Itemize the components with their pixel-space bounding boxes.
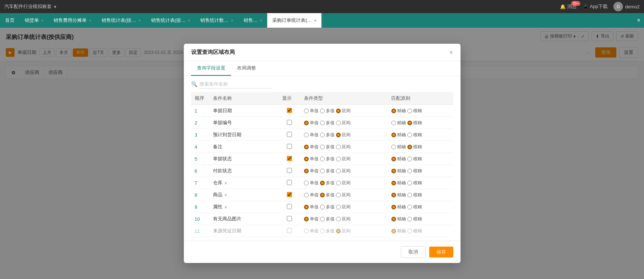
tab-sales-stat1[interactable]: 销售统计表(按… × xyxy=(96,13,146,28)
tab-home[interactable]: 首页 xyxy=(0,13,20,28)
type-radio[interactable] xyxy=(320,121,325,125)
match-radio[interactable] xyxy=(391,121,396,125)
match-radio[interactable] xyxy=(407,133,412,137)
type-radio-label[interactable]: 多值 xyxy=(320,168,335,174)
type-radio-label[interactable]: 单值 xyxy=(304,156,319,162)
type-radio-label[interactable]: 单值 xyxy=(304,204,319,210)
tab-sales-stat1-close[interactable]: × xyxy=(138,18,141,23)
tab-sales-expense-close[interactable]: × xyxy=(89,18,91,23)
type-radio-label[interactable]: 区间 xyxy=(336,132,351,138)
dialog-tab-layout[interactable]: 布局调整 xyxy=(231,61,262,76)
type-radio-label[interactable]: 单值 xyxy=(304,108,319,114)
tab-sales[interactable]: 销货单 × xyxy=(20,13,48,28)
display-checkbox[interactable] xyxy=(287,192,292,197)
type-radio[interactable] xyxy=(304,217,309,221)
cancel-button[interactable]: 取消 xyxy=(401,246,426,258)
match-radio[interactable] xyxy=(391,229,396,233)
type-radio-label[interactable]: 单值 xyxy=(304,216,319,222)
type-radio-label[interactable]: 单值 xyxy=(304,192,319,198)
save-button[interactable]: 保存 xyxy=(429,247,453,258)
type-radio-label[interactable]: 单值 xyxy=(304,144,319,150)
type-radio-label[interactable]: 多值 xyxy=(320,216,335,222)
type-radio-label[interactable]: 多值 xyxy=(320,144,335,150)
match-radio[interactable] xyxy=(407,121,412,125)
display-checkbox[interactable] xyxy=(287,144,292,149)
type-radio[interactable] xyxy=(336,193,341,197)
type-radio[interactable] xyxy=(304,121,309,125)
type-radio-label[interactable]: 单值 xyxy=(304,180,319,186)
type-radio-label[interactable]: 区间 xyxy=(336,120,351,126)
match-radio[interactable] xyxy=(407,217,412,221)
type-radio[interactable] xyxy=(320,181,325,185)
display-checkbox[interactable] xyxy=(287,108,292,113)
match-radio-label[interactable]: 模糊 xyxy=(407,108,422,114)
tab-sales-expense[interactable]: 销售费用分摊单 × xyxy=(48,13,96,28)
match-radio-label[interactable]: 模糊 xyxy=(407,156,422,162)
type-radio[interactable] xyxy=(336,157,341,161)
type-radio[interactable] xyxy=(320,229,325,233)
match-radio[interactable] xyxy=(407,145,412,149)
type-radio-label[interactable]: 区间 xyxy=(336,216,351,222)
match-radio[interactable] xyxy=(391,157,396,161)
match-radio-label[interactable]: 模糊 xyxy=(407,228,422,234)
match-radio-label[interactable]: 模糊 xyxy=(407,204,422,210)
type-radio[interactable] xyxy=(320,133,325,137)
match-radio[interactable] xyxy=(391,169,396,173)
type-radio[interactable] xyxy=(304,133,309,137)
type-radio-label[interactable]: 单值 xyxy=(304,228,319,234)
display-checkbox[interactable] xyxy=(287,156,292,161)
tab-sales-other-close[interactable]: × xyxy=(260,18,262,23)
type-radio[interactable] xyxy=(320,109,325,113)
display-checkbox[interactable] xyxy=(287,120,292,125)
type-radio-label[interactable]: 多值 xyxy=(320,180,335,186)
tab-sales-stat3-close[interactable]: × xyxy=(231,18,233,23)
type-radio[interactable] xyxy=(304,157,309,161)
type-radio-label[interactable]: 单值 xyxy=(304,120,319,126)
display-checkbox[interactable] xyxy=(287,180,292,185)
tab-sales-stat2-close[interactable]: × xyxy=(188,18,190,23)
display-checkbox[interactable] xyxy=(287,228,292,233)
tab-sales-stat2[interactable]: 销售统计表(按… × xyxy=(146,13,195,28)
match-radio-label[interactable]: 精确 xyxy=(391,144,406,150)
tab-sales-close[interactable]: × xyxy=(41,18,43,23)
app-download-button[interactable]: 📱 App下载 xyxy=(582,3,608,10)
match-radio[interactable] xyxy=(407,229,412,233)
type-radio[interactable] xyxy=(320,205,325,209)
match-radio-label[interactable]: 模糊 xyxy=(407,132,422,138)
type-radio-label[interactable]: 多值 xyxy=(320,228,335,234)
tab-sales-other[interactable]: 销售… × xyxy=(238,13,267,28)
dialog-tab-query-fields[interactable]: 查询字段设置 xyxy=(191,61,231,76)
type-radio[interactable] xyxy=(336,145,341,149)
match-radio-label[interactable]: 精确 xyxy=(391,204,406,210)
match-radio-label[interactable]: 精确 xyxy=(391,180,406,186)
type-radio-label[interactable]: 区间 xyxy=(336,156,351,162)
type-radio[interactable] xyxy=(336,109,341,113)
type-radio-label[interactable]: 多值 xyxy=(320,132,335,138)
match-radio[interactable] xyxy=(391,133,396,137)
type-radio[interactable] xyxy=(304,205,309,209)
type-radio-label[interactable]: 区间 xyxy=(336,204,351,210)
display-checkbox[interactable] xyxy=(287,168,292,173)
user-info[interactable]: D demo2 xyxy=(613,2,640,11)
type-radio[interactable] xyxy=(304,193,309,197)
type-radio-label[interactable]: 区间 xyxy=(336,144,351,150)
display-checkbox[interactable] xyxy=(287,204,292,209)
type-radio-label[interactable]: 区间 xyxy=(336,168,351,174)
type-radio[interactable] xyxy=(304,145,309,149)
match-radio-label[interactable]: 精确 xyxy=(391,132,406,138)
dialog-close-button[interactable]: × xyxy=(449,49,453,56)
match-radio-label[interactable]: 精确 xyxy=(391,120,406,126)
type-radio[interactable] xyxy=(336,217,341,221)
type-radio-label[interactable]: 区间 xyxy=(336,108,351,114)
type-radio[interactable] xyxy=(336,133,341,137)
type-radio[interactable] xyxy=(336,169,341,173)
type-radio-label[interactable]: 多值 xyxy=(320,108,335,114)
type-radio-label[interactable]: 多值 xyxy=(320,120,335,126)
type-radio[interactable] xyxy=(304,109,309,113)
match-radio-label[interactable]: 精确 xyxy=(391,192,406,198)
type-radio-label[interactable]: 多值 xyxy=(320,156,335,162)
type-radio[interactable] xyxy=(336,181,341,185)
match-radio-label[interactable]: 精确 xyxy=(391,108,406,114)
match-radio-label[interactable]: 模糊 xyxy=(407,120,422,126)
match-radio[interactable] xyxy=(407,157,412,161)
